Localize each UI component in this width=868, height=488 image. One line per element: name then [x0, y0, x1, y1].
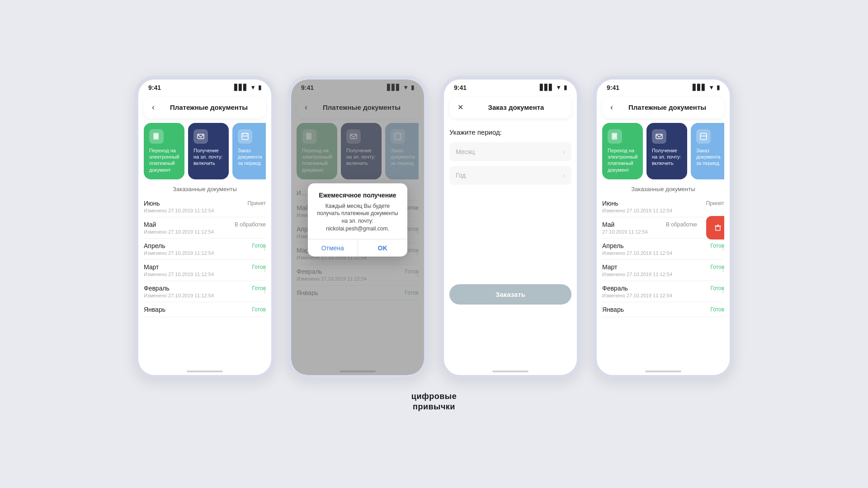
- doc-status-1-june: Принят: [247, 200, 266, 206]
- card-order-1[interactable]: Заказ документа за период: [232, 123, 266, 179]
- month-placeholder-3: Месяц: [456, 148, 475, 155]
- card-icon-4c: [696, 129, 711, 144]
- doc-date-4-june: Изменено 27.10.2019 11:12:54: [602, 208, 724, 213]
- dialog-ok-2[interactable]: OK: [358, 239, 408, 256]
- close-button-3[interactable]: ✕: [458, 103, 463, 112]
- doc-item-4-may: Май В обработке 27.10.2019 11:12:54: [602, 217, 724, 239]
- doc-status-1-jan: Готов: [252, 306, 266, 313]
- card-label-1a: Переход на электронный платежный докумен…: [149, 147, 179, 173]
- year-chevron-3: ›: [563, 172, 565, 179]
- doc-month-1-april: Апрель: [144, 242, 165, 249]
- status-time-1: 9:41: [148, 84, 161, 91]
- order-form-3: Укажите период: Месяц › Год › Заказать: [449, 123, 571, 365]
- card-email-1[interactable]: Получение на эл. почту: включить: [188, 123, 229, 179]
- wifi-icon-4: ▼: [708, 84, 714, 91]
- dialog-2: Ежемесячное получение Каждый месяц Вы бу…: [308, 183, 407, 256]
- signal-icon-3: ▋▋▋: [540, 84, 553, 91]
- back-button-1[interactable]: ‹: [152, 103, 155, 112]
- notch-3: [486, 80, 535, 89]
- brand-line2: привычки: [413, 402, 455, 411]
- header-title-3: Заказ документа: [469, 103, 563, 111]
- chevron-1-feb: ›: [264, 288, 266, 295]
- doc-item-1-feb: Февраль Готов Изменено 27.10.2019 11:12:…: [144, 281, 266, 302]
- doc-month-4-march: Март: [602, 263, 618, 271]
- doc-date-4-april: Изменено 27.10.2019 11:12:54: [602, 250, 724, 256]
- section-title-1: Заказанные документы: [144, 186, 266, 192]
- phone-3: 9:41 ▋▋▋ ▼ ▮ ✕ Заказ документа Укажите п…: [440, 76, 580, 379]
- chevron-4-april: ›: [722, 245, 724, 253]
- section-title-4: Заказанные документы: [602, 186, 724, 192]
- svg-rect-16: [700, 133, 707, 140]
- chevron-4-march: ›: [722, 267, 724, 274]
- doc-month-4-may: Май: [602, 221, 614, 228]
- content-4: Переход на электронный платежный докумен…: [597, 118, 730, 365]
- doc-month-4-jan: Январь: [602, 306, 624, 313]
- status-icons-4: ▋▋▋ ▼ ▮: [693, 84, 720, 91]
- signal-icon: ▋▋▋: [234, 84, 248, 91]
- chevron-4-feb: ›: [722, 288, 724, 295]
- card-label-4a: Переход на электронный платежный докумен…: [608, 147, 637, 173]
- wifi-icon: ▼: [250, 84, 256, 91]
- home-indicator-4: [597, 365, 730, 375]
- phones-row: 9:41 ▋▋▋ ▼ ▮ ‹ Платежные документы Перех…: [135, 76, 733, 379]
- card-label-4b: Получение на эл. почту: включить: [652, 147, 682, 167]
- year-select-3[interactable]: Год ›: [449, 166, 571, 185]
- svg-rect-5: [242, 133, 248, 140]
- doc-date-4-feb: Изменено 27.10.2019 11:12:54: [602, 293, 724, 298]
- card-email-4[interactable]: Получение на эл. почту: включить: [646, 123, 687, 179]
- doc-month-1-june: Июнь: [144, 200, 160, 207]
- dialog-cancel-2[interactable]: Отмена: [308, 239, 358, 256]
- dialog-message-2: Каждый месяц Вы будете получать платежны…: [315, 202, 400, 232]
- chevron-1-april: ›: [264, 245, 266, 253]
- year-placeholder-3: Год: [456, 172, 466, 179]
- status-icons-1: ▋▋▋ ▼ ▮: [234, 84, 261, 91]
- doc-item-4-jan: Январь Готов: [602, 302, 724, 317]
- card-electronic-4[interactable]: Переход на электронный платежный докумен…: [602, 123, 643, 179]
- month-select-3[interactable]: Месяц ›: [449, 142, 571, 161]
- back-button-4[interactable]: ‹: [610, 103, 613, 112]
- card-electronic-1[interactable]: Переход на электронный платежный докумен…: [144, 123, 184, 179]
- doc-item-4-april: Апрель Готов Изменено 27.10.2019 11:12:5…: [602, 239, 724, 260]
- doc-date-1-feb: Изменено 27.10.2019 11:12:54: [144, 293, 266, 298]
- doc-month-4-june: Июнь: [602, 200, 618, 207]
- card-order-4[interactable]: Заказ документа за период: [691, 123, 724, 179]
- doc-list-4: Июнь Принят Изменено 27.10.2019 11:12:54…: [602, 196, 724, 365]
- doc-status-1-may: В обработке: [235, 221, 266, 228]
- doc-status-4-may: В обработке: [666, 221, 697, 228]
- card-icon-1a: [149, 129, 164, 144]
- status-time-4: 9:41: [607, 84, 619, 91]
- doc-month-1-feb: Февраль: [144, 285, 170, 292]
- content-1: Переход на электронный платежный докумен…: [138, 118, 271, 365]
- home-indicator-1: [138, 365, 271, 375]
- status-time-3: 9:41: [454, 84, 467, 91]
- battery-icon: ▮: [258, 84, 261, 91]
- header-1: ‹ Платежные документы: [144, 97, 266, 118]
- doc-item-1-may: Май В обработке Изменено 27.10.2019 11:1…: [144, 217, 266, 239]
- doc-status-4-june: Принят: [706, 200, 724, 206]
- card-label-4c: Заказ документа за период: [696, 147, 724, 167]
- doc-status-4-jan: Готов: [710, 306, 724, 313]
- signal-icon-4: ▋▋▋: [693, 84, 706, 91]
- card-icon-4b: [652, 129, 666, 144]
- content-3: Укажите период: Месяц › Год › Заказать: [444, 118, 577, 365]
- order-button-3[interactable]: Заказать: [449, 284, 571, 305]
- phone-4: 9:41 ▋▋▋ ▼ ▮ ‹ Платежные документы Перех…: [593, 76, 733, 379]
- home-bar-1: [187, 371, 223, 372]
- notch-1: [180, 80, 230, 89]
- battery-icon-3: ▮: [564, 84, 567, 91]
- delete-button-4-may[interactable]: [706, 216, 724, 239]
- header-title-4: Платежные документы: [618, 103, 716, 111]
- doc-item-1-march: Март Готов Изменено 27.10.2019 11:12:54 …: [144, 260, 266, 281]
- doc-item-4-feb: Февраль Готов Изменено 27.10.2019 11:12:…: [602, 281, 724, 302]
- doc-month-1-march: Март: [144, 263, 159, 271]
- phone-2: 9:41 ▋▋▋ ▼ ▮ ‹ Платежные документы Перех…: [288, 76, 428, 379]
- brand-text: цифровые привычки: [411, 391, 457, 413]
- notch-4: [638, 80, 688, 89]
- doc-item-4-march: Март Готов Изменено 27.10.2019 11:12:54 …: [602, 260, 724, 281]
- doc-month-4-feb: Февраль: [602, 285, 628, 292]
- doc-date-1-june: Изменено 27.10.2019 11:12:54: [144, 208, 266, 213]
- month-chevron-3: ›: [563, 148, 565, 155]
- home-indicator-3: [444, 365, 577, 375]
- wifi-icon-3: ▼: [556, 84, 561, 91]
- doc-item-4-june: Июнь Принят Изменено 27.10.2019 11:12:54: [602, 196, 724, 217]
